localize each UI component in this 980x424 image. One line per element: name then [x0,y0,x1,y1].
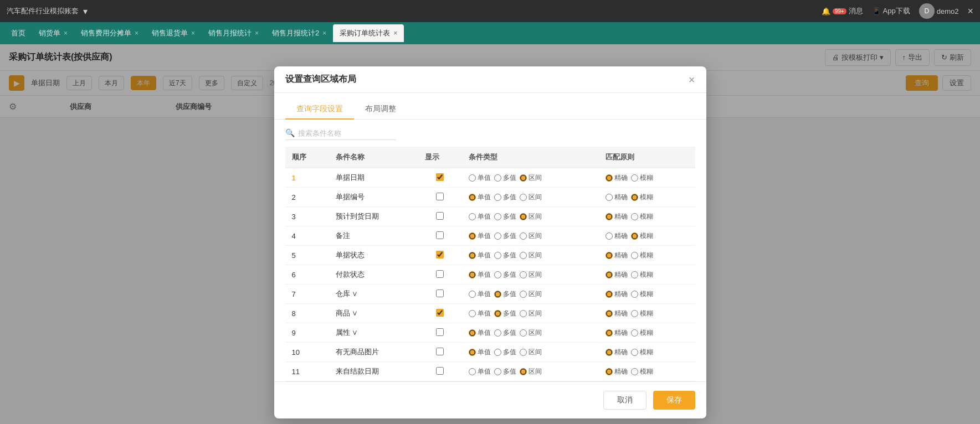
tab-sales-return-close[interactable]: × [191,29,195,37]
type-single-option[interactable]: 单值 [469,289,491,299]
tab-sales-expense-close[interactable]: × [135,29,138,37]
cell-display[interactable] [418,304,462,323]
tab-5[interactable]: 销售月报统计2 × [265,24,333,42]
match-fuzzy-option[interactable]: 模糊 [631,193,653,202]
display-checkbox[interactable] [436,367,444,375]
type-range-option[interactable]: 区间 [520,367,542,376]
type-single-option[interactable]: 单值 [469,193,491,202]
match-exact-option[interactable]: 精确 [606,328,628,338]
type-range-option[interactable]: 区间 [520,348,542,357]
match-exact-option[interactable]: 精确 [606,367,628,376]
type-range-option[interactable]: 区间 [520,193,542,202]
cell-display[interactable] [418,207,462,226]
match-fuzzy-option[interactable]: 模糊 [631,173,653,183]
display-checkbox[interactable] [436,231,444,239]
display-checkbox[interactable] [436,309,444,317]
match-fuzzy-option[interactable]: 模糊 [631,289,653,299]
display-checkbox[interactable] [436,289,444,297]
match-fuzzy-option[interactable]: 模糊 [631,348,653,357]
display-checkbox[interactable] [436,173,444,181]
match-exact-option[interactable]: 精确 [606,193,628,202]
match-fuzzy-option[interactable]: 模糊 [631,270,653,280]
tab-sales-order-close[interactable]: × [64,29,68,37]
type-single-option[interactable]: 单值 [469,231,491,241]
match-exact-option[interactable]: 精确 [606,348,628,357]
type-multi-option[interactable]: 多值 [494,193,516,202]
display-checkbox[interactable] [436,251,444,258]
type-single-option[interactable]: 单值 [469,251,491,260]
cell-display[interactable] [418,188,462,207]
tab-4[interactable]: 销售月报统计 × [202,24,265,42]
type-single-option[interactable]: 单值 [469,173,491,183]
type-single-option[interactable]: 单值 [469,270,491,280]
tab-sales-expense[interactable]: 销售费用分摊单 × [74,24,145,42]
modal-close-button[interactable]: × [689,74,695,85]
match-exact-option[interactable]: 精确 [606,173,628,183]
tab-4-close[interactable]: × [255,29,259,37]
type-single-option[interactable]: 单值 [469,367,491,376]
match-fuzzy-option[interactable]: 模糊 [631,231,653,241]
type-multi-option[interactable]: 多值 [494,289,516,299]
tab-home[interactable]: 首页 [4,24,32,42]
type-single-option[interactable]: 单值 [469,328,491,338]
type-single-option[interactable]: 单值 [469,309,491,318]
tab-5-close[interactable]: × [322,29,326,37]
tab-sales-order[interactable]: 销货单 × [32,24,74,42]
download-button[interactable]: 📱 App下载 [872,6,910,16]
display-checkbox[interactable] [436,212,444,220]
type-range-option[interactable]: 区间 [520,251,542,260]
match-fuzzy-option[interactable]: 模糊 [631,367,653,376]
type-multi-option[interactable]: 多值 [494,309,516,318]
match-fuzzy-option[interactable]: 模糊 [631,328,653,338]
type-multi-option[interactable]: 多值 [494,173,516,183]
type-multi-option[interactable]: 多值 [494,348,516,357]
dropdown-icon[interactable]: ▾ [83,6,88,17]
match-fuzzy-option[interactable]: 模糊 [631,251,653,260]
match-exact-option[interactable]: 精确 [606,289,628,299]
display-checkbox[interactable] [436,193,444,200]
match-exact-option[interactable]: 精确 [606,251,628,260]
tab-sales-return[interactable]: 销售退货单 × [145,24,202,42]
modal-tab-fields[interactable]: 查询字段设置 [285,100,354,120]
type-range-option[interactable]: 区间 [520,309,542,318]
match-exact-option[interactable]: 精确 [606,231,628,241]
display-checkbox[interactable] [436,348,444,355]
match-exact-option[interactable]: 精确 [606,212,628,221]
display-checkbox[interactable] [436,328,444,336]
type-multi-option[interactable]: 多值 [494,328,516,338]
type-multi-option[interactable]: 多值 [494,231,516,241]
cell-display[interactable] [418,226,462,246]
match-exact-option[interactable]: 精确 [606,270,628,280]
user-menu[interactable]: D demo2 [919,3,959,19]
cell-display[interactable] [418,323,462,343]
type-multi-option[interactable]: 多值 [494,212,516,221]
notification-button[interactable]: 🔔 99+ 消息 [822,6,863,16]
search-input[interactable] [298,129,387,137]
modal-tab-layout[interactable]: 布局调整 [354,100,407,120]
type-range-option[interactable]: 区间 [520,289,542,299]
cancel-button[interactable]: 取消 [603,391,647,410]
cell-display[interactable] [418,265,462,285]
type-multi-option[interactable]: 多值 [494,367,516,376]
save-button[interactable]: 保存 [653,391,695,410]
cell-display[interactable] [418,168,462,188]
type-range-option[interactable]: 区间 [520,270,542,280]
tab-purchase-close[interactable]: × [393,29,397,37]
type-range-option[interactable]: 区间 [520,212,542,221]
type-range-option[interactable]: 区间 [520,231,542,241]
display-checkbox[interactable] [436,270,444,278]
match-exact-option[interactable]: 精确 [606,309,628,318]
match-fuzzy-option[interactable]: 模糊 [631,212,653,221]
cell-display[interactable] [418,246,462,265]
type-multi-option[interactable]: 多值 [494,270,516,280]
type-range-option[interactable]: 区间 [520,328,542,338]
match-fuzzy-option[interactable]: 模糊 [631,309,653,318]
cell-display[interactable] [418,285,462,304]
close-top-button[interactable]: × [967,6,973,17]
type-single-option[interactable]: 单值 [469,348,491,357]
type-multi-option[interactable]: 多值 [494,251,516,260]
type-range-option[interactable]: 区间 [520,173,542,183]
type-single-option[interactable]: 单值 [469,212,491,221]
tab-purchase[interactable]: 采购订单统计表 × [333,24,404,42]
cell-display[interactable] [418,343,462,362]
